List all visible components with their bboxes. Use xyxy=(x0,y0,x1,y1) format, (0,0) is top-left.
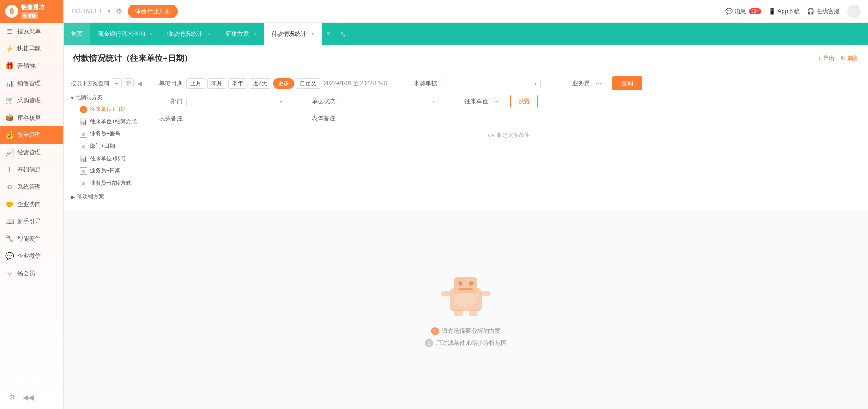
scheme-item-counterpart-date[interactable]: ○ 往来单位+日期 xyxy=(71,103,148,116)
app-name: 畅捷通坊 xyxy=(21,4,45,11)
sidebar-item-inventory[interactable]: 📦 库存核算 xyxy=(0,109,63,126)
date-btn-7days[interactable]: 近7天 xyxy=(249,78,271,89)
sidebar-bottom: ⚙ ◀◀ xyxy=(0,385,63,409)
svg-point-9 xyxy=(454,293,477,307)
sidebar-item-wechat[interactable]: 💬 企业微信 xyxy=(0,247,63,265)
refresh-btn[interactable]: ↻ 刷新 xyxy=(840,54,859,62)
sidebar-item-member[interactable]: V 畅会员 xyxy=(0,265,63,282)
notification-badge: 99+ xyxy=(749,8,761,14)
sidebar-item-quick-nav[interactable]: ⚡ 快捷导航 xyxy=(0,40,63,57)
scheme-item-salesperson-account[interactable]: ▦ 业务员+账号 xyxy=(71,128,148,140)
messages-btn[interactable]: 💬 消息 99+ xyxy=(725,7,761,15)
service-icon: 🎧 xyxy=(807,8,814,15)
try-industry-btn[interactable]: 体验行业方案 xyxy=(128,5,178,18)
chevron-down-icon[interactable]: ▾ xyxy=(108,8,110,15)
finance-icon: 💰 xyxy=(5,131,14,139)
content-area: 按以下方案查询 + ⚙ ◀ ▾ 电脑端方案 ○ 往来单位+日期 xyxy=(64,71,868,409)
operations-icon: 📈 xyxy=(5,148,14,157)
scheme-item-counterpart-account[interactable]: 📊 往来单位+账号 xyxy=(71,152,148,165)
date-btn-this-year[interactable]: 本年 xyxy=(228,78,247,89)
query-button[interactable]: 查询 xyxy=(612,76,642,90)
page-title: 付款情况统计（往来单位+日期） xyxy=(73,53,192,64)
sidebar-item-enterprise[interactable]: 🤝 企业协同 xyxy=(0,196,63,213)
sidebar-item-guide[interactable]: 📖 新手引导 xyxy=(0,213,63,230)
doc-status-select[interactable]: ▾ xyxy=(339,97,439,106)
filter-form: 单据日期 上月 本月 本年 近7天 更多 自定义 2022-01-01 至 20… xyxy=(148,76,861,204)
sidebar-item-search[interactable]: ☰ 搜索菜单 xyxy=(0,23,63,40)
sidebar-item-operations[interactable]: 📈 经营管理 xyxy=(0,144,63,161)
sidebar-item-system[interactable]: ⚙ 系统管理 xyxy=(0,178,63,196)
tab-home[interactable]: 首页 xyxy=(64,23,90,45)
table-body-note-input[interactable] xyxy=(339,113,457,123)
member-icon: V xyxy=(5,269,14,278)
empty-hint-2: 2 用过滤条件来缩小分析范围 xyxy=(425,339,507,347)
nav-tabbar: 首页 现金银行流水查询 × 收款情况统计 × 新建方案 × 付款情况统计 × ×… xyxy=(64,23,868,45)
date-btn-last-month[interactable]: 上月 xyxy=(186,78,205,89)
source-select[interactable]: ▾ xyxy=(441,79,541,88)
close-window-icon[interactable]: × xyxy=(322,28,335,40)
chevron-right-icon: ▶ xyxy=(71,194,75,200)
sidebar-item-finance[interactable]: 💰 资金管理 xyxy=(0,126,63,144)
sidebar-item-hardware[interactable]: 🔧 智能硬件 xyxy=(0,230,63,247)
svg-rect-5 xyxy=(441,291,451,296)
close-tab-cash-bank-icon[interactable]: × xyxy=(150,31,152,37)
dept-select[interactable]: ▾ xyxy=(186,97,286,106)
scheme-item-counterpart-settlement[interactable]: 📊 往来单位+结算方式 xyxy=(71,116,148,128)
settings-gear-icon[interactable]: ⚙ xyxy=(116,7,122,15)
hint2-num: 2 xyxy=(425,339,433,347)
salesperson-label: 业务员 xyxy=(563,79,590,87)
scheme-setting-icon[interactable]: ⚙ xyxy=(124,78,134,88)
app-download-btn[interactable]: 📱 App下载 xyxy=(768,7,800,15)
mobile-scheme-section-title[interactable]: ▶ 移动端方案 xyxy=(71,191,148,202)
svg-point-3 xyxy=(469,281,474,286)
collapse-more-conditions-btn[interactable]: ∧∧ 收起更多条件 xyxy=(155,128,861,139)
sidebar-item-sales[interactable]: 📊 销售管理 xyxy=(0,75,63,92)
user-avatar[interactable] xyxy=(847,5,861,18)
tab-new-plan[interactable]: 新建方案 × xyxy=(218,23,264,45)
svg-rect-8 xyxy=(469,309,477,316)
collapse-sidebar-icon[interactable]: ◀◀ xyxy=(22,391,35,404)
close-tab-payment-icon[interactable]: × xyxy=(311,31,314,37)
table-header-note-label: 表头备注 xyxy=(155,114,183,122)
table-header-note-input[interactable] xyxy=(186,113,277,123)
salesperson-more-icon[interactable]: ··· xyxy=(595,79,601,87)
doc-status-label: 单据状态 xyxy=(308,97,335,106)
counterpart-more-icon[interactable]: ··· xyxy=(494,97,499,106)
online-service-btn[interactable]: 🎧 在线客服 xyxy=(807,7,840,15)
settings-icon[interactable]: ⚙ xyxy=(5,391,18,404)
date-btn-this-month[interactable]: 本月 xyxy=(207,78,226,89)
table-body-note-label: 表体备注 xyxy=(308,114,335,122)
sidebar-item-marketing[interactable]: 🎁 营销推广 xyxy=(0,57,63,75)
sidebar-item-basic-info[interactable]: ℹ 基础信息 xyxy=(0,161,63,178)
chart-icon: 📊 xyxy=(80,118,87,126)
message-icon: 💬 xyxy=(725,8,733,15)
scheme-item-salesperson-date[interactable]: ▦ 业务员+日期 xyxy=(71,165,148,177)
date-btn-custom[interactable]: 自定义 xyxy=(296,78,320,89)
set-button[interactable]: 设置 xyxy=(510,95,538,108)
tab-receivable[interactable]: 收款情况统计 × xyxy=(160,23,218,45)
scheme-item-dept-date[interactable]: ▦ 部门+日期 xyxy=(71,140,148,152)
svg-rect-1 xyxy=(454,277,477,293)
sidebar-item-purchase[interactable]: 🛒 采购管理 xyxy=(0,92,63,109)
topbar-window-controls: × ⤡ xyxy=(322,28,349,40)
empty-state: 1 请先选择要分析的方案 2 用过滤条件来缩小分析范围 xyxy=(425,273,507,347)
tab-payment-stats[interactable]: 付款情况统计 × xyxy=(264,23,322,45)
wechat-icon: 💬 xyxy=(5,252,14,260)
pc-scheme-section-title[interactable]: ▾ 电脑端方案 xyxy=(71,92,148,103)
refresh-icon: ↻ xyxy=(840,55,845,61)
chart-icon-2: 📊 xyxy=(80,155,87,162)
add-scheme-icon[interactable]: + xyxy=(112,78,122,88)
close-tab-receivable-icon[interactable]: × xyxy=(207,31,210,37)
date-btn-more[interactable]: 更多 xyxy=(273,78,294,89)
export-btn[interactable]: ↑ 导出 xyxy=(818,54,835,62)
scheme-collapse-icon[interactable]: ◀ xyxy=(135,80,144,87)
search-icon: ☰ xyxy=(5,27,14,35)
maximize-icon[interactable]: ⤡ xyxy=(337,28,349,40)
close-tab-new-plan-icon[interactable]: × xyxy=(254,31,256,37)
filter-panel: 按以下方案查询 + ⚙ ◀ ▾ 电脑端方案 ○ 往来单位+日期 xyxy=(64,71,868,210)
tab-cash-bank[interactable]: 现金银行流水查询 × xyxy=(90,23,160,45)
filter-actions: 查询 xyxy=(612,76,642,90)
svg-rect-7 xyxy=(454,309,463,316)
active-scheme-icon: ○ xyxy=(80,106,87,113)
scheme-item-salesperson-settlement[interactable]: ▦ 业务员+结算方式 xyxy=(71,177,148,189)
